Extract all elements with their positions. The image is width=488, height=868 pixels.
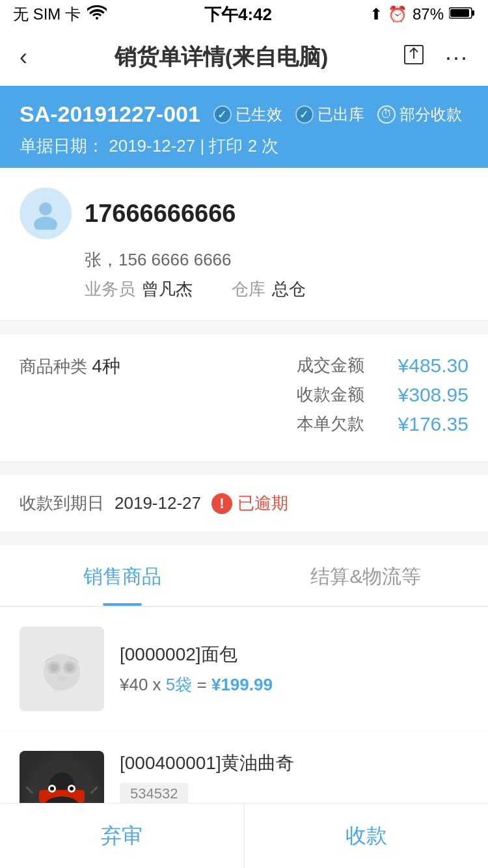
reject-button[interactable]: 弃审 xyxy=(0,804,245,868)
signal-text: 无 SIM 卡 xyxy=(13,4,81,25)
status-shipped: ✓ 已出库 xyxy=(295,104,364,125)
salesperson-value: 曾凡杰 xyxy=(142,278,193,301)
warehouse-value: 总仓 xyxy=(272,278,306,301)
header-banner: SA-20191227-001 ✓ 已生效 ✓ 已出库 ⏱ 部分收款 单据日期：… xyxy=(0,86,488,168)
equals-1: = xyxy=(192,675,211,694)
check-icon-1: ✓ xyxy=(213,105,232,124)
status-partial-label: 部分收款 xyxy=(400,104,462,125)
status-effective: ✓ 已生效 xyxy=(213,104,282,125)
status-partial: ⏱ 部分收款 xyxy=(377,104,462,125)
due-label: 收款到期日 xyxy=(20,492,104,515)
svg-point-20 xyxy=(70,787,74,791)
status-bar: 无 SIM 卡 下午4:42 ⬆ ⏰ 87% xyxy=(0,0,488,29)
more-icon[interactable]: ··· xyxy=(445,44,468,71)
customer-id: 17666666666 xyxy=(85,200,236,228)
print-info: | 打印 2 次 xyxy=(200,136,278,156)
price-base-1: ¥40 x xyxy=(120,675,166,694)
product-image-1: 鱼+ xyxy=(20,627,104,711)
svg-rect-1 xyxy=(472,10,474,16)
nav-bar: ‹ 销货单详情(来自电脑) ··· xyxy=(0,29,488,86)
status-left: 无 SIM 卡 xyxy=(13,4,107,25)
product-name-2: [000400001]黄油曲奇 xyxy=(120,751,468,776)
product-info-1: [0000002]面包 ¥40 x 5袋 = ¥199.99 xyxy=(120,642,468,696)
product-price-1: ¥40 x 5袋 = ¥199.99 xyxy=(120,673,468,696)
location-icon: ⬆ xyxy=(370,5,383,23)
debt-label: 本单欠款 xyxy=(297,413,364,435)
product-name-1: [0000002]面包 xyxy=(120,642,468,667)
tabs-section: 销售商品 结算&物流等 xyxy=(0,545,488,607)
tab-products[interactable]: 销售商品 xyxy=(0,545,244,606)
receipt-label: 收款金额 xyxy=(297,383,364,406)
svg-point-11 xyxy=(66,664,74,671)
amount-stats: 成交金额 ¥485.30 收款金额 ¥308.95 本单欠款 ¥176.35 xyxy=(297,354,468,442)
product-item: 鱼+ [0000002]面包 ¥40 x 5袋 = ¥199.99 xyxy=(0,607,488,731)
overdue-icon: ! xyxy=(211,493,232,514)
qty-1: 5袋 xyxy=(166,675,192,694)
customer-meta: 业务员 曾凡杰 仓库 总仓 xyxy=(85,278,468,301)
svg-rect-2 xyxy=(450,9,469,17)
svg-point-5 xyxy=(39,202,52,215)
date-label: 单据日期： xyxy=(20,136,104,156)
svg-point-10 xyxy=(50,664,58,671)
salesperson-label: 业务员 xyxy=(85,278,135,301)
status-shipped-label: 已出库 xyxy=(318,104,364,125)
transaction-label: 成交金额 xyxy=(297,354,364,377)
bottom-bar: 弃审 收款 xyxy=(0,803,488,868)
wifi-icon xyxy=(87,5,107,23)
due-date-value: 2019-12-27 xyxy=(115,493,201,513)
nav-actions: ··· xyxy=(402,43,468,71)
tabs-row: 销售商品 结算&物流等 xyxy=(0,545,488,606)
battery-icon xyxy=(449,5,475,23)
check-icon-2: ✓ xyxy=(295,105,314,124)
receipt-amount: ¥308.95 xyxy=(377,384,468,406)
warehouse-label: 仓库 xyxy=(232,278,265,301)
status-effective-label: 已生效 xyxy=(236,104,282,125)
svg-point-12 xyxy=(57,676,67,681)
stats-section: 商品种类 4种 成交金额 ¥485.30 收款金额 ¥308.95 本单欠款 ¥… xyxy=(0,334,488,462)
product-count-value: 4种 xyxy=(92,356,120,376)
alarm-icon: ⏰ xyxy=(388,5,407,23)
overdue-text: 已逾期 xyxy=(237,492,288,515)
product-type-info: 商品种类 4种 xyxy=(20,354,120,379)
product-type-label: 商品种类 xyxy=(20,357,87,376)
svg-text:鱼+: 鱼+ xyxy=(53,685,63,692)
transaction-amount: ¥485.30 xyxy=(377,355,468,377)
page-title: 销货单详情(来自电脑) xyxy=(40,42,402,72)
order-date: 2019-12-27 xyxy=(109,136,195,156)
status-right: ⬆ ⏰ 87% xyxy=(370,5,475,23)
battery-text: 87% xyxy=(413,5,444,23)
overdue-badge: ! 已逾期 xyxy=(211,492,288,515)
total-1: ¥199.99 xyxy=(211,675,273,694)
back-button[interactable]: ‹ xyxy=(20,44,40,71)
clock-icon: ⏱ xyxy=(377,105,396,124)
product-sku-2: 534532 xyxy=(120,783,188,805)
share-icon[interactable] xyxy=(402,43,426,71)
svg-point-6 xyxy=(34,217,57,230)
avatar xyxy=(20,187,72,239)
header-date-row: 单据日期： 2019-12-27 | 打印 2 次 xyxy=(20,135,468,157)
debt-amount: ¥176.35 xyxy=(377,413,468,435)
status-time: 下午4:42 xyxy=(204,3,272,26)
svg-point-19 xyxy=(50,787,54,791)
tab-settlement[interactable]: 结算&物流等 xyxy=(244,545,488,606)
customer-contact: 张，156 6666 6666 xyxy=(85,249,468,271)
due-section: 收款到期日 2019-12-27 ! 已逾期 xyxy=(0,475,488,532)
customer-section: 17666666666 张，156 6666 6666 业务员 曾凡杰 仓库 总… xyxy=(0,168,488,321)
order-number: SA-20191227-001 xyxy=(20,102,200,127)
receipt-button[interactable]: 收款 xyxy=(245,804,489,868)
